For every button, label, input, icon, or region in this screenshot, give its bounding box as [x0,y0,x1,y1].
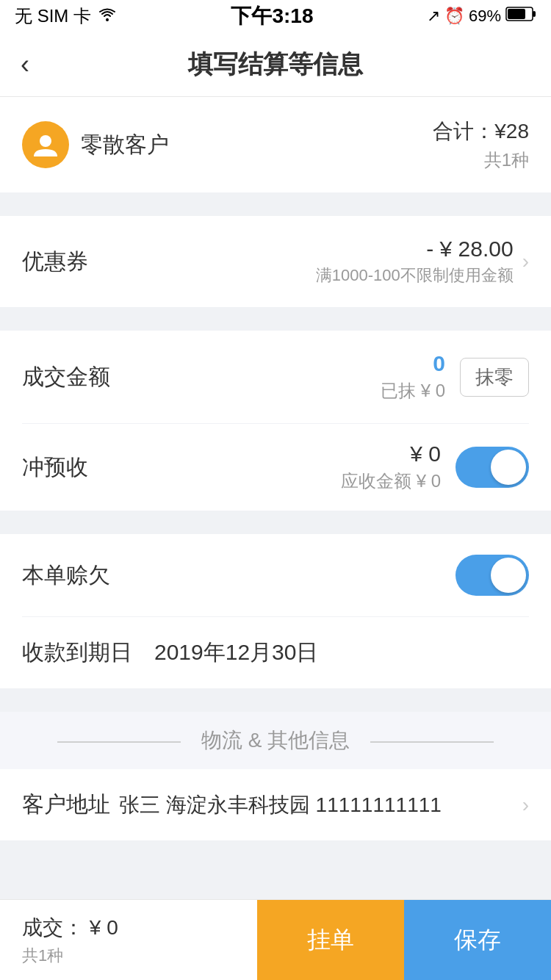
logistics-line-right: —————— [370,729,494,752]
status-left: 无 SIM 卡 [15,4,118,28]
address-value: 张三 海淀永丰科技园 11111111111 [119,791,514,819]
address-row[interactable]: 客户地址 张三 海淀永丰科技园 11111111111 › [0,769,551,840]
content: 零散客户 合计：¥28 共1种 优惠券 - ¥ 28.00 满1000-100不… [0,97,551,940]
due-date-value: 2019年12月30日 [154,638,318,668]
bottom-count-text: 共1种 [22,945,235,967]
customer-row: 零散客户 合计：¥28 共1种 [0,97,551,192]
prepay-right: ¥ 0 应收金额 ¥ 0 [341,442,529,493]
coupon-amount: - ¥ 28.00 [316,237,514,262]
prepay-amount: ¥ 0 [341,442,441,466]
location-icon: ↗ [427,7,440,26]
coupon-chevron-icon: › [522,250,529,273]
nav-bar: ‹ 填写结算等信息 [0,32,551,97]
customer-left: 零散客户 [22,121,169,168]
debt-label: 本单赊欠 [22,561,110,591]
svg-point-0 [106,18,109,21]
customer-total: 合计：¥28 [433,118,529,145]
status-time: 下午3:18 [231,2,313,30]
coupon-desc: 满1000-100不限制使用金额 [316,264,514,287]
deal-amount-col: 0 已抹 ¥ 0 [381,351,445,403]
coupon-right: - ¥ 28.00 满1000-100不限制使用金额 › [316,237,529,287]
section-divider-1 [0,204,551,216]
deal-amount-value: 0 [433,351,445,376]
address-section: 客户地址 张三 海淀永丰科技园 11111111111 › [0,769,551,840]
coupon-section[interactable]: 优惠券 - ¥ 28.00 满1000-100不限制使用金额 › [0,216,551,307]
prepay-row: 冲预收 ¥ 0 应收金额 ¥ 0 [0,424,551,511]
logistics-label: —————— 物流 & 其他信息 —————— [57,729,494,752]
logistics-line-left: —————— [57,729,181,752]
debt-section: 本单赊欠 收款到期日 2019年12月30日 [0,534,551,688]
prepay-label: 冲预收 [22,453,88,483]
battery-percent: 69% [469,7,501,26]
rounding-button[interactable]: 抹零 [460,358,529,397]
prepay-sub: 应收金额 ¥ 0 [341,469,441,493]
section-divider-3 [0,522,551,534]
debt-row: 本单赊欠 [0,534,551,616]
deal-amount-section: 成交金额 0 已抹 ¥ 0 抹零 冲预收 ¥ 0 应收金额 ¥ 0 [0,331,551,511]
customer-avatar [22,121,69,168]
page-title: 填写结算等信息 [188,48,363,82]
address-chevron-icon: › [522,793,529,817]
debt-toggle-thumb [491,558,526,593]
bottom-bar: 成交： ¥ 0 共1种 挂单 保存 [0,899,551,980]
due-date-row[interactable]: 收款到期日 2019年12月30日 [0,617,551,688]
coupon-info: - ¥ 28.00 满1000-100不限制使用金额 [316,237,514,287]
wifi-icon [97,6,118,26]
no-sim-text: 无 SIM 卡 [15,4,91,28]
battery-icon [505,6,536,26]
alarm-icon: ⏰ [444,7,464,26]
deal-amount-sub: 已抹 ¥ 0 [381,379,445,403]
deal-amount-label: 成交金额 [22,362,110,392]
svg-point-4 [40,135,51,147]
section-divider-4 [0,700,551,712]
debt-toggle[interactable] [455,555,529,596]
logistics-header: —————— 物流 & 其他信息 —————— [0,712,551,769]
bottom-summary: 成交： ¥ 0 共1种 [0,914,257,967]
coupon-label: 优惠券 [22,247,88,277]
pending-button[interactable]: 挂单 [257,900,404,981]
back-button[interactable]: ‹ [21,49,29,80]
prepay-toggle[interactable] [455,447,529,488]
customer-section: 零散客户 合计：¥28 共1种 [0,97,551,192]
customer-count: 共1种 [433,148,529,172]
address-label: 客户地址 [22,790,110,820]
logistics-title: 物流 & 其他信息 [201,729,350,752]
deal-amount-row: 成交金额 0 已抹 ¥ 0 抹零 [0,331,551,423]
save-button[interactable]: 保存 [404,900,551,981]
bottom-deal-text: 成交： ¥ 0 [22,914,235,942]
customer-name: 零散客户 [81,130,169,160]
svg-rect-2 [533,11,536,17]
prepay-toggle-thumb [491,450,526,485]
status-right: ↗ ⏰ 69% [427,6,536,26]
status-bar: 无 SIM 卡 下午3:18 ↗ ⏰ 69% [0,0,551,32]
coupon-row[interactable]: 优惠券 - ¥ 28.00 满1000-100不限制使用金额 › [0,216,551,307]
deal-amount-right: 0 已抹 ¥ 0 抹零 [381,351,529,403]
due-date-label: 收款到期日 [22,638,132,668]
prepay-info: ¥ 0 应收金额 ¥ 0 [341,442,441,493]
svg-rect-3 [508,9,525,19]
section-divider-2 [0,319,551,331]
customer-right: 合计：¥28 共1种 [433,118,529,172]
